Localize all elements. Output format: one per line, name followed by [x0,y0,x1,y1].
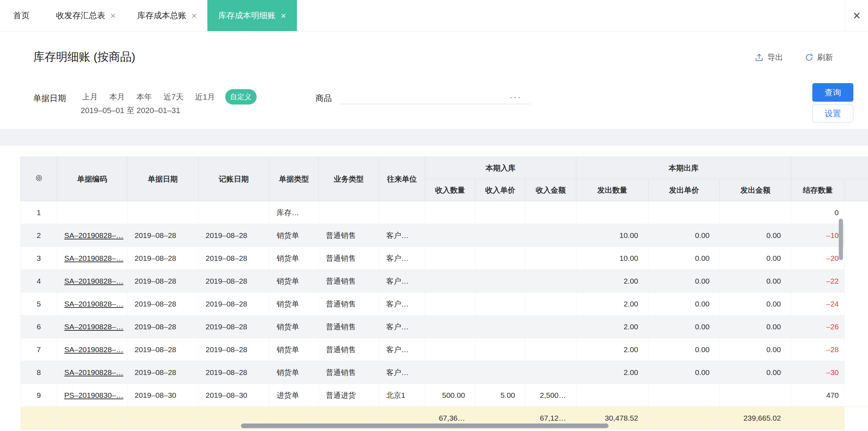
more-dots-icon[interactable]: ··· [509,92,522,102]
col-header-in-qty[interactable]: 收入数量 [425,179,475,201]
tab-kucun-chengben-zongzhang[interactable]: 库存成本总账 × [126,0,207,31]
cell-partner: 客户… [379,293,425,315]
cell-in-price [475,247,525,270]
cell-biz-type [319,201,379,224]
col-header-out-price[interactable]: 发出单价 [649,179,720,201]
table-row[interactable]: 7SA–20190828–…2019–08–282019–08–28销货单普通销… [21,338,868,361]
cell-book-date: 2019–08–28 [198,338,269,361]
doc-code-link[interactable]: SA–20190828–… [64,300,123,308]
cell-doc-date: 2019–08–30 [127,384,198,407]
vertical-scrollbar[interactable] [839,219,843,260]
doc-code-link[interactable]: SA–20190828–… [64,345,123,354]
close-icon[interactable]: × [845,0,868,31]
refresh-icon [804,53,814,62]
doc-code-link[interactable]: PS–20190830–… [64,391,123,399]
column-settings-button[interactable] [21,157,57,201]
query-button[interactable]: 查询 [812,83,853,102]
cell-overflow [845,247,868,270]
col-header-doc-code[interactable]: 单据编码 [57,157,127,201]
cell-book-date: 2019–08–28 [198,293,269,315]
doc-code-link[interactable]: SA–20190828–… [64,231,123,239]
col-header-book-date[interactable]: 记账日期 [198,157,269,201]
col-header-doc-type[interactable]: 单据类型 [269,157,319,201]
cell-in-qty [425,361,475,384]
cell-in-amount [525,293,576,315]
range-last-1-month[interactable]: 近1月 [193,90,216,105]
doc-code-link[interactable]: SA–20190828–… [64,323,123,331]
row-number: 4 [21,270,57,293]
tab-shoufacun-huizongbiao[interactable]: 收发存汇总表 × [45,0,126,31]
cell-out-price: 0.00 [649,270,720,293]
product-input[interactable]: ··· [339,88,530,104]
summary-cell [649,407,720,430]
cell-biz-type: 普通销售 [319,338,379,361]
table-row[interactable]: 2SA–20190828–…2019–08–282019–08–28销货单普通销… [21,224,868,247]
cell-doc-code: SA–20190828–… [57,361,127,384]
refresh-button[interactable]: 刷新 [804,52,833,63]
table-row[interactable]: 3SA–20190828–…2019–08–282019–08–28销货单普通销… [21,247,868,270]
cell-doc-type: 进货单 [269,384,319,407]
cell-doc-date: 2019–08–28 [127,338,198,361]
table-row[interactable]: 6SA–20190828–…2019–08–282019–08–28销货单普通销… [21,315,868,338]
range-custom-pill[interactable]: 自定义 [225,89,257,105]
cell-balance-qty: –22 [791,270,845,293]
cell-in-qty [425,247,475,270]
cell-balance-qty: 0 [791,201,845,224]
cell-out-qty [576,384,649,407]
page-title: 库存明细账 (按商品) [33,49,135,65]
horizontal-scrollbar[interactable] [241,424,609,428]
range-last-7-days[interactable]: 近7天 [162,90,185,105]
col-header-out-amount[interactable]: 发出金额 [720,179,791,201]
col-header-in-amount[interactable]: 收入金额 [525,179,576,201]
cell-in-price [475,293,525,315]
cell-balance-qty: –30 [791,361,845,384]
cell-balance-qty: 470 [791,384,845,407]
cell-doc-date: 2019–08–28 [127,315,198,338]
table-row[interactable]: 4SA–20190828–…2019–08–282019–08–28销货单普通销… [21,270,868,293]
cell-overflow [845,384,868,407]
export-label: 导出 [767,52,783,63]
cell-in-price [475,338,525,361]
col-header-biz-type[interactable]: 业务类型 [319,157,379,201]
cell-doc-code: PS–20190830–… [57,384,127,407]
table-row[interactable]: 9PS–20190830–…2019–08–302019–08–30进货单普通进… [21,384,868,407]
col-group-balance [791,157,868,179]
tab-kucun-chengben-mingxizhang[interactable]: 库存成本明细账 × [207,0,297,31]
col-header-out-qty[interactable]: 发出数量 [576,179,649,201]
cell-in-amount [525,224,576,247]
doc-code-link[interactable]: SA–20190828–… [64,254,123,262]
export-button[interactable]: 导出 [755,52,783,63]
summary-cell [791,407,845,430]
range-this-month[interactable]: 本月 [108,90,126,105]
cell-out-qty: 10.00 [576,224,649,247]
range-this-year[interactable]: 本年 [135,90,153,105]
cell-doc-type: 销货单 [269,338,319,361]
cell-overflow [845,338,868,361]
cell-out-price [649,201,720,224]
range-last-month[interactable]: 上月 [81,90,99,105]
tab-close-icon[interactable]: × [110,11,116,20]
tab-home[interactable]: 首页 [0,0,45,31]
table-row[interactable]: 1库存…0 [21,201,868,224]
settings-button[interactable]: 设置 [812,105,853,122]
cell-partner [379,201,425,224]
col-header-in-price[interactable]: 收入单价 [475,179,525,201]
cell-overflow [845,293,868,315]
table-row[interactable]: 8SA–20190828–…2019–08–282019–08–28销货单普通销… [21,361,868,384]
doc-code-link[interactable]: SA–20190828–… [64,368,123,376]
cell-overflow [845,315,868,338]
tab-close-icon[interactable]: × [281,11,286,20]
cell-overflow [845,224,868,247]
tab-close-icon[interactable]: × [191,11,197,20]
table-row[interactable]: 5SA–20190828–…2019–08–282019–08–28销货单普通销… [21,293,868,315]
row-number: 2 [21,224,57,247]
doc-code-link[interactable]: SA–20190828–… [64,277,123,285]
cell-out-amount [720,201,791,224]
cell-doc-code: SA–20190828–… [57,270,127,293]
date-range-text[interactable]: 2019–05–01 至 2020–01–31 [81,105,180,116]
col-header-balance-qty[interactable]: 结存数量 [791,179,845,201]
cell-in-amount [525,270,576,293]
cell-balance-qty: –26 [791,315,845,338]
col-header-partner[interactable]: 往来单位 [379,157,425,201]
col-header-doc-date[interactable]: 单据日期 [127,157,198,201]
